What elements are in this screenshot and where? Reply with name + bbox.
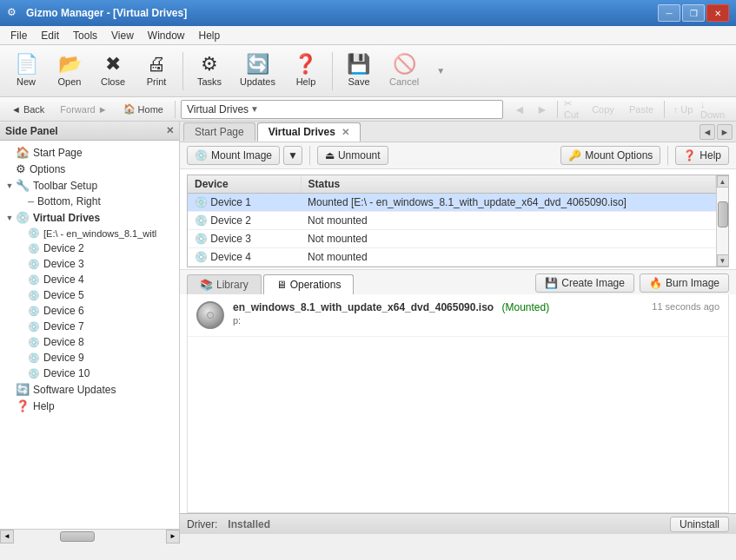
menu-edit[interactable]: Edit — [34, 28, 66, 43]
cut-button[interactable]: ✂ Cut — [563, 100, 582, 119]
tree-item-toolbar-setup[interactable]: ▼ 🔧 Toolbar Setup — [0, 177, 179, 194]
tree-item-device-7[interactable]: 💿 Device 7 — [0, 319, 179, 334]
btab-library[interactable]: 📚 Library — [187, 274, 262, 294]
back-button[interactable]: ◄ Back — [5, 102, 50, 117]
tree-item-bottom-right[interactable]: ─ Bottom, Right — [0, 194, 179, 209]
software-updates-icon: 🔄 — [16, 383, 30, 396]
updates-icon: 🔄 — [246, 55, 269, 74]
tree-label-software-updates: Software Updates — [33, 384, 116, 396]
tree-item-options[interactable]: ⚙ Options — [0, 161, 179, 177]
toolbar-print-button[interactable]: 🖨 Print — [136, 50, 177, 91]
tree-item-device-e[interactable]: 💿 [E:\ - en_windows_8.1_witl — [0, 226, 179, 240]
tab-virtual-drives[interactable]: Virtual Drives ✕ — [257, 122, 361, 142]
tree-item-software-updates[interactable]: 🔄 Software Updates — [0, 381, 179, 398]
address-bar[interactable]: Virtual Drives ▼ — [181, 100, 503, 119]
scroll-right-arrow[interactable]: ► — [166, 530, 180, 544]
close-doc-icon: ✖ — [105, 55, 121, 74]
options-icon: ⚙ — [16, 162, 26, 175]
menu-window[interactable]: Window — [141, 28, 192, 43]
tree-label-device-5: Device 5 — [43, 289, 84, 301]
mount-image-button[interactable]: 💿 Mount Image — [187, 146, 280, 165]
toolbar-setup-icon: 🔧 — [16, 179, 30, 192]
toolbar-help-button[interactable]: ❓ Help — [285, 50, 327, 91]
operation-item[interactable]: en_windows_8.1_with_update_x64_dvd_40650… — [188, 294, 728, 337]
restore-button[interactable]: ❐ — [682, 4, 705, 22]
tree-item-device-6[interactable]: 💿 Device 6 — [0, 303, 179, 319]
toolbar-cancel-dropdown[interactable]: ▼ — [432, 62, 449, 80]
menu-file[interactable]: File — [3, 28, 34, 43]
tab-next-button[interactable]: ► — [717, 124, 733, 140]
tree-item-start-page[interactable]: 🏠 Start Page — [0, 144, 179, 161]
side-panel-close-button[interactable]: ✕ — [166, 125, 174, 136]
horizontal-scrollbar[interactable]: ◄ ► — [0, 529, 180, 543]
address-dropdown-arrow[interactable]: ▼ — [250, 104, 259, 114]
tree-item-virtual-drives[interactable]: ▼ 💿 Virtual Drives — [0, 209, 179, 226]
tree-expand-toolbar[interactable]: ▼ — [3, 181, 16, 190]
mount-image-dropdown-button[interactable]: ▼ — [283, 146, 302, 165]
toolbar-updates-button[interactable]: 🔄 Updates — [232, 50, 283, 91]
copy-button[interactable]: Copy — [586, 100, 620, 119]
toolbar-new-button[interactable]: 📄 New — [5, 50, 47, 91]
create-image-button[interactable]: 💾 Create Image — [535, 273, 634, 293]
toolbar-open-button[interactable]: 📂 Open — [49, 50, 90, 91]
tree-item-device-9[interactable]: 💿 Device 9 — [0, 350, 179, 366]
scroll-down-arrow[interactable]: ▼ — [717, 254, 729, 267]
device-2-icon: 💿 — [28, 243, 40, 254]
menu-tools[interactable]: Tools — [66, 28, 104, 43]
operations-label: Operations — [290, 279, 341, 291]
burn-image-button[interactable]: 🔥 Burn Image — [640, 273, 729, 293]
tab-start-page[interactable]: Start Page — [183, 122, 255, 141]
tree-item-device-2[interactable]: 💿 Device 2 — [0, 240, 179, 256]
nav-next-button[interactable]: ► — [533, 100, 552, 119]
down-button[interactable]: ↓ Down — [700, 100, 731, 119]
scroll-left-arrow[interactable]: ◄ — [0, 530, 14, 544]
tab-prev-button[interactable]: ◄ — [700, 124, 715, 140]
uninstall-button[interactable]: Uninstall — [670, 517, 729, 532]
menu-view[interactable]: View — [104, 28, 141, 43]
up-button[interactable]: ↑ Up — [670, 100, 696, 119]
paste-button[interactable]: Paste — [624, 100, 659, 119]
scroll-thumb[interactable] — [718, 201, 728, 227]
close-button[interactable]: ✕ — [706, 4, 729, 22]
menu-help[interactable]: Help — [192, 28, 228, 43]
table-scrollbar[interactable]: ▲ ▼ — [716, 175, 728, 267]
status-cell: Mounted [E:\ - en_windows_8.1_with_updat… — [301, 194, 716, 212]
op-info: en_windows_8.1_with_update_x64_dvd_40650… — [233, 301, 643, 326]
table-row[interactable]: 💿 Device 3 Not mounted — [188, 230, 716, 248]
tree-item-device-3[interactable]: 💿 Device 3 — [0, 256, 179, 272]
mount-options-button[interactable]: 🔑 Mount Options — [560, 146, 660, 165]
toolbar-cancel-button[interactable]: 🚫 Cancel — [381, 50, 427, 91]
tree-label-device-6: Device 6 — [43, 305, 84, 317]
vd-toolbar: 💿 Mount Image ▼ ⏏ Unmount 🔑 Mount Option… — [180, 142, 736, 169]
print-icon: 🖨 — [147, 55, 166, 74]
toolbar-save-button[interactable]: 💾 Save — [338, 50, 380, 91]
nav-prev-button[interactable]: ◄ — [510, 100, 529, 119]
tree-expand-options — [3, 165, 16, 174]
tab-virtual-drives-close[interactable]: ✕ — [341, 127, 349, 137]
tree-item-device-10[interactable]: 💿 Device 10 — [0, 366, 179, 381]
vd-help-button[interactable]: ❓ Help — [675, 146, 729, 165]
scroll-thumb[interactable] — [60, 531, 95, 542]
unmount-button[interactable]: ⏏ Unmount — [317, 146, 388, 165]
scroll-track[interactable] — [14, 530, 166, 544]
forward-button[interactable]: Forward ► — [54, 102, 113, 117]
tree-item-device-5[interactable]: 💿 Device 5 — [0, 287, 179, 303]
table-row[interactable]: 💿 Device 4 Not mounted — [188, 248, 716, 267]
scroll-up-arrow[interactable]: ▲ — [717, 175, 729, 188]
device-e-icon: 💿 — [28, 227, 40, 239]
app-icon: ⚙ — [7, 6, 21, 20]
tree-item-help[interactable]: ❓ Help — [0, 398, 179, 414]
table-row[interactable]: 💿 Device 1 Mounted [E:\ - en_windows_8.1… — [188, 194, 716, 212]
tree-item-device-8[interactable]: 💿 Device 8 — [0, 334, 179, 350]
operations-icon: 🖥 — [276, 279, 287, 291]
btab-operations[interactable]: 🖥 Operations — [263, 274, 355, 294]
home-button[interactable]: 🏠 Home — [117, 101, 169, 117]
table-row[interactable]: 💿 Device 2 Not mounted — [188, 212, 716, 230]
toolbar-tasks-button[interactable]: ⚙ Tasks — [189, 50, 230, 91]
device-6-icon: 💿 — [28, 306, 40, 317]
toolbar-close-button[interactable]: ✖ Close — [92, 50, 134, 91]
side-panel-tree: 🏠 Start Page ⚙ Options ▼ 🔧 Toolbar Setup… — [0, 141, 179, 534]
tree-item-device-4[interactable]: 💿 Device 4 — [0, 272, 179, 287]
minimize-button[interactable]: ─ — [658, 4, 680, 22]
tree-expand-vd[interactable]: ▼ — [3, 214, 16, 222]
